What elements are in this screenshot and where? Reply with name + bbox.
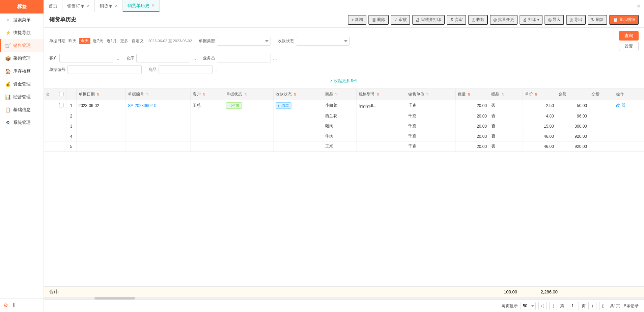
th-date[interactable]: 单据日期 ⇅ (76, 89, 126, 100)
doc-no-input[interactable] (67, 65, 142, 74)
shortcut-1month[interactable]: 近1月 (106, 38, 118, 44)
sidebar-settings-icon[interactable]: ⚙ (3, 302, 8, 309)
shortcut-custom[interactable]: 自定义 (131, 38, 145, 44)
query-button[interactable]: 查询 (619, 31, 639, 41)
page-input[interactable] (567, 302, 579, 310)
doc-no-link[interactable]: SA-20230602-0 (128, 103, 156, 108)
tab-sales-goods[interactable]: 销货单 ✕ (95, 0, 123, 12)
date-shortcuts: 昨天 今天 近7天 近1月 更多 自定义 (67, 38, 145, 44)
print-dropdown-icon: ▾ (537, 18, 539, 22)
sidebar-item-finance[interactable]: 💰 资金管理 (0, 78, 44, 90)
th-payment-status[interactable]: 收款状态 ⇅ (274, 89, 323, 100)
payment-status-select[interactable] (296, 37, 350, 46)
refresh-button[interactable]: ↻ 刷新 (588, 15, 607, 25)
export-button[interactable]: ◎ 导出 (566, 15, 586, 25)
page-title: 销货单历史 (49, 16, 346, 23)
new-icon: + (351, 17, 354, 22)
td-gift: 否 (489, 141, 523, 152)
warehouse-dots[interactable]: ... (192, 55, 196, 61)
tab-sales-history-close[interactable]: ✕ (151, 3, 155, 8)
tab-home[interactable]: 首页 (44, 0, 62, 12)
th-unit[interactable]: 销售单位 ⇅ (406, 89, 456, 100)
tab-sales-goods-close[interactable]: ✕ (115, 4, 118, 8)
print-button[interactable]: 🖨 打印 ▾ (520, 15, 542, 25)
sidebar-item-inventory[interactable]: 🏠 库存核算 (0, 65, 44, 78)
select-all-checkbox[interactable] (59, 92, 63, 96)
collect-button[interactable]: ◎ 收款 (468, 15, 488, 25)
th-quantity[interactable]: 数量 ⇅ (455, 89, 489, 100)
sidebar-item-sales[interactable]: 🛒 销售管理 (0, 39, 44, 52)
shortcut-today[interactable]: 今天 (79, 38, 90, 44)
staff-dots[interactable]: ... (273, 55, 277, 61)
sidebar-collapse-icon[interactable]: ⏸ (11, 302, 17, 309)
audit-label: 审核 (399, 17, 407, 23)
td-unit: 千克 (406, 141, 456, 152)
shortcut-yesterday[interactable]: 昨天 (67, 38, 78, 44)
shortcut-more[interactable]: 更多 (119, 38, 129, 44)
goods-input[interactable] (159, 65, 213, 74)
shortcut-7days[interactable]: 近7天 (92, 38, 104, 44)
staff-input[interactable] (217, 54, 271, 62)
delete-button[interactable]: 🗑 删除 (368, 15, 389, 25)
td-amount: 920.00 (556, 131, 589, 141)
total-records-label: 共1页，5条记录 (610, 303, 639, 309)
table-settings-icon[interactable]: ⚙ (46, 92, 50, 97)
collapse-button[interactable]: ∧ 收起更多条件 (49, 77, 639, 85)
td-doc-no (126, 141, 191, 152)
page-prev-button[interactable]: ⟨ (549, 302, 557, 310)
batch-change-button[interactable]: ◎ 批量变更 (490, 15, 517, 25)
th-goods[interactable]: 商品 ⇅ (323, 89, 356, 100)
sidebar-item-search-menu[interactable]: ≡ 搜索菜单 (0, 14, 44, 26)
tab-sales-order[interactable]: 销售订单 ✕ (62, 0, 95, 12)
new-button[interactable]: + 新增 (348, 15, 366, 25)
sidebar-item-quick-nav[interactable]: ⚡ 快捷导航 (0, 26, 44, 39)
customer-dots[interactable]: ... (115, 55, 119, 61)
doc-type-select[interactable] (217, 37, 271, 46)
tab-sales-history[interactable]: 销货单历史 ✕ (123, 0, 160, 12)
filter-settings-button[interactable]: 设置 (619, 42, 639, 51)
search-menu-icon: ≡ (5, 17, 10, 23)
td-date (76, 111, 126, 121)
sidebar-item-label: 资金管理 (13, 81, 31, 87)
sidebar-item-basic-info[interactable]: 📋 基础信息 (0, 103, 44, 116)
page-last-button[interactable]: ⟩⟩ (599, 302, 607, 310)
table-row: 1 2023-06-02 SA-20230602-0 王总 已生效 已收款 小白… (44, 100, 644, 111)
customer-input[interactable] (59, 54, 113, 62)
warehouse-input[interactable] (136, 54, 190, 62)
th-doc-status[interactable]: 单据状态 ⇅ (224, 89, 274, 100)
tab-sales-order-close[interactable]: ✕ (87, 4, 90, 8)
goods-label: 商品 (148, 67, 157, 73)
th-gift[interactable]: 赠品 ⇅ (489, 89, 523, 100)
audit-print-button[interactable]: 🖨 审核并打印 (412, 15, 445, 25)
row-checkbox[interactable] (59, 103, 63, 107)
abandon-label: 弃审 (455, 17, 463, 23)
row-edit-icon[interactable]: 改 (616, 103, 620, 108)
th-spec[interactable]: 规格型号 ⇅ (357, 89, 406, 100)
tab-bar-close-all[interactable]: ✕ (637, 3, 644, 9)
td-unit-price: 2.50 (523, 100, 556, 111)
th-customer[interactable]: 客户 ⇅ (190, 89, 224, 100)
page-next-button[interactable]: ⟩ (588, 302, 596, 310)
quantity-sort-icon: ⇅ (468, 93, 470, 96)
payment-status-filter-group: 收款状态 (278, 37, 350, 46)
row-copy-icon[interactable]: 器 (621, 103, 625, 108)
th-doc-no[interactable]: 单据编号 ⇅ (126, 89, 191, 100)
td-row-no: 1 (66, 100, 76, 111)
filter-area: 单据日期 昨天 今天 近7天 近1月 更多 自定义 2023-06-02 至 2… (44, 28, 644, 89)
page-first-button[interactable]: ⟨⟨ (538, 302, 547, 310)
goods-dots[interactable]: ... (215, 67, 219, 72)
page-size-select[interactable]: 50 20 100 (521, 302, 536, 310)
scrollbar-thumb[interactable] (94, 297, 135, 300)
abandon-button[interactable]: ✗ 弃审 (447, 15, 466, 25)
sidebar-item-system[interactable]: ⚙ 系统管理 (0, 116, 44, 129)
audit-button[interactable]: ✓ 审核 (391, 15, 410, 25)
td-quantity: 20.00 (455, 131, 489, 141)
sidebar-item-purchase[interactable]: 📦 采购管理 (0, 52, 44, 65)
show-detail-button[interactable]: 📋 显示明细 (609, 15, 639, 25)
delete-label: 删除 (377, 17, 385, 23)
import-button[interactable]: ◎ 导入 (544, 15, 564, 25)
sidebar-item-label: 快捷导航 (13, 30, 31, 36)
horizontal-scrollbar[interactable] (44, 297, 644, 300)
sidebar-item-operation[interactable]: 📊 经营管理 (0, 90, 44, 103)
th-unit-price[interactable]: 单价 ⇅ (523, 89, 556, 100)
